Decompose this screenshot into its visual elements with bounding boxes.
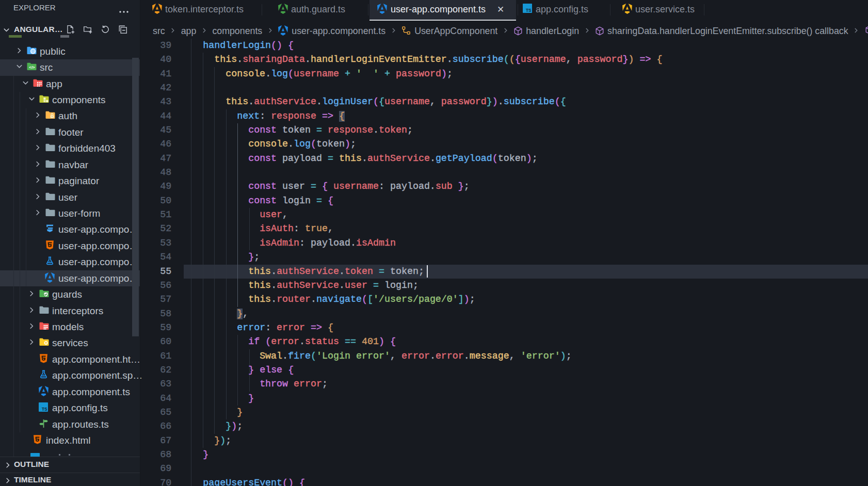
svg-text:</>: </> [29, 65, 35, 70]
svg-text:TS: TS [526, 8, 532, 13]
svg-text:TS: TS [42, 407, 47, 412]
